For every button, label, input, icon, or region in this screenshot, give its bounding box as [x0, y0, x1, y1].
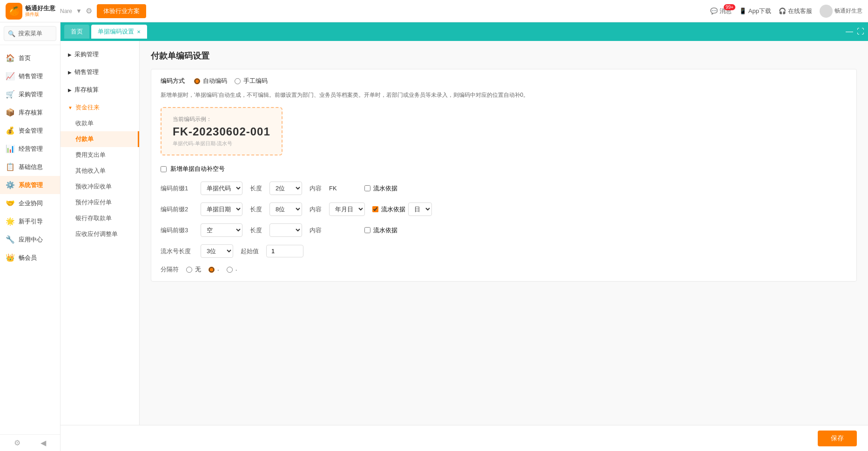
prefix1-length-label: 长度: [250, 184, 262, 193]
start-label: 起始值: [241, 247, 259, 256]
experience-button[interactable]: 体验行业方案: [97, 4, 146, 18]
purchase-icon: 🛒: [6, 90, 15, 99]
sidebar-item-operations[interactable]: 📊 经营管理: [0, 140, 60, 158]
user-info[interactable]: 畅通好生意: [820, 5, 862, 18]
tab-encode-settings[interactable]: 单据编码设置 ✕: [91, 25, 147, 39]
auto-fill-row: 新增单据自动补空号: [161, 165, 847, 173]
manual-encode-input[interactable]: [235, 78, 241, 84]
sub-nav-header-sales[interactable]: ▶ 销售管理: [61, 64, 139, 80]
sub-nav-item-expense[interactable]: 费用支出单: [61, 147, 139, 163]
tab-home[interactable]: 首页: [64, 25, 89, 39]
manual-encode-label: 手工编码: [243, 77, 268, 85]
prefix1-content-value: FK: [329, 185, 357, 192]
bottom-bar: 保存: [61, 425, 868, 451]
message-button[interactable]: 💬 消息 99+: [710, 7, 732, 15]
prefix3-length-select[interactable]: [269, 223, 302, 237]
online-service-button[interactable]: 🎧 在线客服: [779, 7, 812, 15]
sidebar: 🔍 搜索菜单 🏠 首页 📈 销售管理 🛒 采购管理 📦 库存核算 💰: [0, 22, 61, 451]
user-avatar: [820, 5, 833, 18]
app-download-button[interactable]: 📱 App下载: [739, 7, 771, 15]
sub-nav-item-payment[interactable]: 付款单: [61, 131, 139, 147]
page-body: ▶ 采购管理 ▶ 销售管理 ▶ 库存核算: [61, 41, 868, 425]
prefix3-select[interactable]: 空 部门 业务员 单据代码 单据日期: [201, 223, 242, 237]
sub-nav-item-receipt[interactable]: 收款单: [61, 115, 139, 131]
enterprise-icon: 🤝: [6, 199, 15, 208]
auto-encode-radio[interactable]: 自动编码: [194, 77, 227, 85]
sidebar-item-enterprise[interactable]: 🤝 企业协同: [0, 194, 60, 212]
sidebar-item-member[interactable]: 👑 畅会员: [0, 249, 60, 267]
message-icon: 💬: [710, 7, 718, 14]
collapse-icon[interactable]: ◀: [40, 438, 46, 447]
encode-settings-card: 编码方式 自动编码 手工编码: [151, 69, 857, 282]
serial-label: 流水号长度: [161, 247, 193, 256]
sidebar-item-inventory[interactable]: 📦 库存核算: [0, 103, 60, 121]
separator-dot-input[interactable]: [209, 267, 215, 273]
prefix2-follow-checkbox[interactable]: [372, 206, 378, 212]
online-service-label: 在线客服: [788, 7, 812, 15]
prefix3-follow-checkbox[interactable]: [364, 227, 370, 233]
search-menu-button[interactable]: 🔍 搜索菜单: [4, 26, 56, 41]
sidebar-item-sales[interactable]: 📈 销售管理: [0, 67, 60, 85]
sub-nav-group-purchase: ▶ 采购管理: [61, 47, 139, 62]
prefix2-length-label: 长度: [250, 205, 262, 214]
sub-nav-group-funds: ▼ 资金往来 收款单 付款单 费用支出单 其他收入单 预收冲应收单 预付冲应付单…: [61, 100, 139, 242]
prefix2-length-select[interactable]: 8位 4位 6位: [269, 202, 302, 216]
separator-dash-input[interactable]: [227, 267, 233, 273]
sub-nav-item-prepay-recv[interactable]: 预收冲应收单: [61, 179, 139, 195]
chevron-right-icon: ▶: [68, 88, 72, 93]
info-text: 新增单据时，'单据编码'自动生成，不可编辑。前缀设置为部门、业务员等档案类。开单…: [161, 91, 847, 100]
serial-length-select[interactable]: 3位 4位 5位 6位: [201, 244, 233, 258]
tab-bar: 首页 单据编码设置 ✕ — ⛶: [61, 22, 868, 41]
tab-close-icon[interactable]: ✕: [137, 29, 141, 34]
auto-encode-input[interactable]: [194, 78, 200, 84]
prefix2-follow-select[interactable]: 日 月 年: [408, 202, 432, 216]
download-icon: 📱: [739, 7, 747, 14]
sub-nav-sales-label: 销售管理: [74, 68, 99, 76]
sidebar-item-home[interactable]: 🏠 首页: [0, 49, 60, 67]
sub-nav-item-bank[interactable]: 银行存取款单: [61, 210, 139, 226]
sub-nav-item-adjustment[interactable]: 应收应付调整单: [61, 226, 139, 242]
prefix2-content-select[interactable]: 年月日 年月 年: [329, 202, 365, 216]
logo-area: 🍊 畅通好生意 插件版: [6, 3, 55, 20]
tab-bar-right: — ⛶: [846, 27, 864, 36]
settings-icon[interactable]: ⚙: [86, 7, 92, 15]
sidebar-item-basic-info[interactable]: 📋 基础信息: [0, 158, 60, 176]
sidebar-item-apps[interactable]: 🔧 应用中心: [0, 230, 60, 249]
sidebar-item-label: 畅会员: [19, 254, 37, 262]
prefix2-select[interactable]: 单据日期 部门 业务员 空: [201, 202, 242, 216]
separator-none-radio[interactable]: 无: [186, 265, 201, 274]
sidebar-item-finance[interactable]: 💰 资金管理: [0, 121, 60, 140]
sub-nav-item-prepay-pay[interactable]: 预付冲应付单: [61, 195, 139, 210]
system-icon: ⚙️: [6, 181, 15, 189]
sub-nav-header-purchase[interactable]: ▶ 采购管理: [61, 47, 139, 62]
start-input[interactable]: [266, 245, 303, 257]
manual-encode-radio[interactable]: 手工编码: [235, 77, 268, 85]
auto-fill-label: 新增单据自动补空号: [170, 165, 225, 173]
sub-nav-header-funds[interactable]: ▼ 资金往来: [61, 100, 139, 115]
sub-nav-item-other-income[interactable]: 其他收入单: [61, 163, 139, 179]
separator-none-input[interactable]: [186, 267, 192, 273]
sidebar-item-system[interactable]: ⚙️ 系统管理: [0, 176, 60, 194]
auto-fill-checkbox[interactable]: [161, 166, 167, 172]
sub-nav-header-inventory[interactable]: ▶ 库存核算: [61, 82, 139, 98]
home-icon: 🏠: [6, 54, 15, 62]
basic-info-icon: 📋: [6, 162, 15, 171]
prefix1-select[interactable]: 单据代码 部门 业务员 空: [201, 182, 242, 195]
separator-dot-radio[interactable]: ·: [209, 266, 219, 273]
prefix1-follow-checkbox[interactable]: [364, 185, 370, 191]
prefix3-content-label: 内容: [310, 226, 322, 235]
message-badge: 99+: [724, 4, 735, 10]
sidebar-item-purchase[interactable]: 🛒 采购管理: [0, 85, 60, 103]
separator-dash-radio[interactable]: ·: [227, 266, 237, 273]
save-button[interactable]: 保存: [818, 431, 857, 446]
sidebar-item-label: 采购管理: [19, 90, 43, 99]
dropdown-icon[interactable]: ▼: [76, 7, 82, 14]
tab-minimize-icon[interactable]: —: [846, 27, 853, 36]
separator-options: 无 · ·: [186, 265, 237, 274]
sidebar-item-label: 资金管理: [19, 127, 43, 135]
prefix1-length-select[interactable]: 2位 4位 6位: [269, 182, 302, 195]
tab-maximize-icon[interactable]: ⛶: [857, 27, 864, 36]
sidebar-item-newbie[interactable]: 🌟 新手引导: [0, 212, 60, 230]
settings-footer-icon[interactable]: ⚙: [14, 438, 20, 447]
separator-row: 分隔符 无 · ·: [161, 265, 847, 274]
